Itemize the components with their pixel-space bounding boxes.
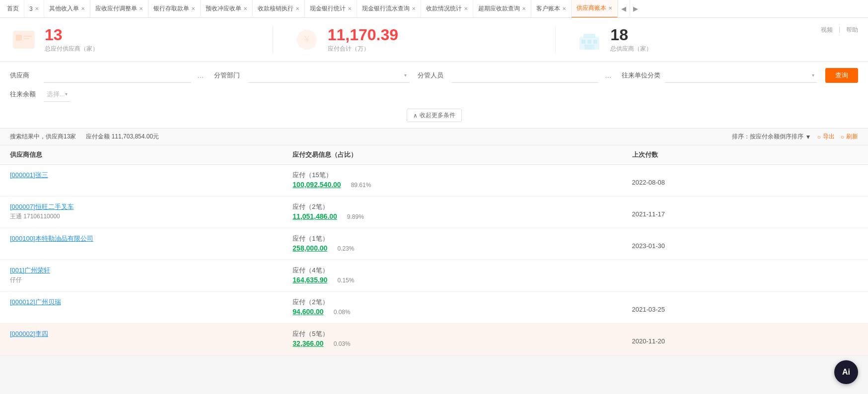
- svg-rect-9: [587, 40, 591, 44]
- top-navigation: 首页 3 ✕ 其他收入单 ✕ 应收应付调整单 ✕ 银行存取款单 ✕ 预收冲应收单…: [0, 0, 868, 18]
- payable-amount-0[interactable]: 100,092,540.00: [292, 181, 341, 189]
- results-supplier-count: 搜索结果中，供应商13家: [10, 132, 76, 141]
- last-pay-date-4: 2021-03-25: [632, 298, 858, 313]
- supplier-dots-icon[interactable]: ...: [195, 71, 206, 80]
- export-button[interactable]: ○ 导出: [817, 132, 835, 141]
- nav-tab-supplier-ledger[interactable]: 供应商账本 ✕: [572, 0, 618, 18]
- col-header-supplier: 供应商信息: [10, 150, 292, 159]
- nav-tab-cash-bank-flow[interactable]: 现金银行流水查询 ✕: [357, 0, 421, 18]
- close-icon[interactable]: ✕: [139, 6, 143, 11]
- payable-amount-2[interactable]: 258,000.00: [292, 244, 327, 252]
- filter-row-1: 供应商 ... 分管部门 ▾ 分管人员 ... 往来单位分类 ▾ 查询: [10, 68, 858, 83]
- payable-amount-4[interactable]: 94,600.00: [292, 308, 323, 316]
- supplier-link-3[interactable]: [001]广州荣轩: [10, 266, 292, 275]
- close-icon[interactable]: ✕: [608, 5, 612, 11]
- nav-tab-collection-verify[interactable]: 收款核销执行 ✕: [253, 0, 305, 18]
- supplier-link-2[interactable]: [000100]本特勒油品有限公司: [10, 234, 292, 243]
- table-row: [000007]恒旺二手叉车 王通 17106110000 应付（2笔） 11,…: [0, 197, 868, 228]
- nav-tab-cash-bank-stat[interactable]: 现金银行统计 ✕: [305, 0, 357, 18]
- export-label: 导出: [823, 132, 835, 141]
- table-header-row: 供应商信息 应付交易信息（占比） 上次付数: [0, 145, 868, 165]
- close-icon[interactable]: ✕: [348, 6, 352, 11]
- supplier-link-5[interactable]: [000002]李四: [10, 329, 292, 338]
- close-icon[interactable]: ✕: [81, 6, 85, 11]
- person-dots-icon[interactable]: ...: [603, 71, 613, 80]
- payable-count-2: 应付（1笔）: [292, 234, 632, 243]
- payable-percent-0: 89.61%: [351, 182, 371, 189]
- svg-rect-8: [581, 40, 585, 44]
- person-input[interactable]: [451, 68, 599, 83]
- close-icon[interactable]: ✕: [295, 6, 299, 11]
- refresh-button[interactable]: ○ 刷新: [841, 132, 858, 141]
- search-button[interactable]: 查询: [825, 68, 858, 83]
- ai-button[interactable]: Ai: [834, 360, 858, 384]
- collapse-button[interactable]: ∧ 收起更多条件: [407, 109, 462, 122]
- payable-row-5: 32,366.00 0.03%: [292, 339, 632, 347]
- nav-tab-overdue-ar[interactable]: 超期应收款查询 ✕: [473, 0, 531, 18]
- balance-select[interactable]: 选择... ▾: [44, 87, 71, 102]
- close-icon[interactable]: ✕: [243, 6, 247, 11]
- refresh-icon: ○: [841, 133, 844, 140]
- supplier-link-1[interactable]: [000007]恒旺二手叉车: [10, 202, 292, 211]
- close-icon[interactable]: ✕: [412, 6, 416, 11]
- payable-count-4: 应付（2笔）: [292, 298, 632, 307]
- video-link[interactable]: 视频: [821, 26, 833, 34]
- person-filter-label: 分管人员: [418, 71, 447, 80]
- supplier-info-5: [000002]李四: [10, 329, 292, 338]
- dept-select[interactable]: ▾: [248, 68, 410, 83]
- table-row: [000002]李四 应付（5笔） 32,366.00 0.03% 2020-1…: [0, 324, 868, 355]
- supplier-input[interactable]: [44, 68, 191, 83]
- col-header-last-pay: 上次付数: [632, 150, 858, 159]
- dept-filter-label: 分管部门: [214, 71, 244, 80]
- payable-amount-5[interactable]: 32,366.00: [292, 339, 323, 347]
- payable-percent-5: 0.03%: [334, 340, 351, 347]
- card1-label: 总应付供应商（家）: [45, 45, 98, 53]
- supplier-info-1: [000007]恒旺二手叉车 王通 17106110000: [10, 202, 292, 221]
- sort-select[interactable]: 排序：按应付余额倒序排序 ▼: [732, 132, 811, 141]
- category-select[interactable]: ▾: [664, 68, 818, 83]
- nav-tab-bank-deposit[interactable]: 银行存取款单 ✕: [148, 0, 201, 18]
- payable-info-5: 应付（5笔） 32,366.00 0.03%: [292, 329, 632, 347]
- payable-amount-1[interactable]: 11,051,486.00: [292, 212, 337, 220]
- customer-ledger-label: 客户账本: [536, 4, 560, 13]
- supplier-info-0: [000001]张三: [10, 171, 292, 180]
- help-link[interactable]: 帮助: [846, 26, 858, 34]
- nav-tab-collection-stat[interactable]: 收款情况统计 ✕: [421, 0, 473, 18]
- close-icon[interactable]: ✕: [522, 6, 526, 11]
- filter-balance: 往来余额 选择... ▾: [10, 87, 71, 102]
- nav-tab-customer-ledger[interactable]: 客户账本 ✕: [531, 0, 572, 18]
- supplier-link-0[interactable]: [000001]张三: [10, 171, 292, 180]
- filter-row-2: 往来余额 选择... ▾: [10, 87, 858, 102]
- nav-next-button[interactable]: ▶: [630, 0, 642, 18]
- card2-label: 应付合计（万）: [328, 45, 398, 53]
- last-pay-3: [632, 266, 858, 274]
- filter-person: 分管人员 ...: [418, 68, 614, 83]
- export-icon: ○: [817, 133, 821, 140]
- card1-content: 13 总应付供应商（家）: [45, 27, 98, 53]
- nav-prev-button[interactable]: ◀: [618, 0, 630, 18]
- payable-row-0: 100,092,540.00 89.61%: [292, 181, 632, 189]
- balance-chevron-down-icon: ▾: [65, 91, 68, 97]
- cash-bank-stat-label: 现金银行统计: [310, 4, 346, 13]
- supplier-link-4[interactable]: [000012]广州贝瑞: [10, 298, 292, 307]
- last-pay-1: 2021-11-17: [632, 202, 858, 218]
- close-icon[interactable]: ✕: [191, 6, 195, 11]
- cash-bank-flow-label: 现金银行流水查询: [362, 4, 410, 13]
- nav-tab-ar-ap-adjust[interactable]: 应收应付调整单 ✕: [90, 0, 148, 18]
- table-row: [000012]广州贝瑞 应付（2笔） 94,600.00 0.08% 2021…: [0, 292, 868, 324]
- filter-dept: 分管部门 ▾: [214, 68, 410, 83]
- supplier-sub-1: 王通 17106110000: [10, 212, 292, 221]
- close-icon[interactable]: ✕: [464, 6, 468, 11]
- nav-tab-3[interactable]: 3 ✕: [24, 0, 44, 18]
- collection-stat-label: 收款情况统计: [426, 4, 462, 13]
- close-icon[interactable]: ✕: [562, 6, 566, 11]
- close-icon[interactable]: ✕: [35, 6, 39, 11]
- last-pay-date-0: 2022-08-08: [632, 171, 858, 186]
- nav-tab-prepay-ar[interactable]: 预收冲应收单 ✕: [201, 0, 253, 18]
- supplier-info-2: [000100]本特勒油品有限公司: [10, 234, 292, 243]
- nav-tab-home[interactable]: 首页: [2, 0, 24, 18]
- card2-content: 11,170.39 应付合计（万）: [328, 27, 398, 53]
- payable-amount-3[interactable]: 164,635.90: [292, 276, 327, 284]
- results-summary: 搜索结果中，供应商13家 应付金额 111,703,854.00元: [10, 132, 159, 141]
- nav-tab-other-income[interactable]: 其他收入单 ✕: [44, 0, 90, 18]
